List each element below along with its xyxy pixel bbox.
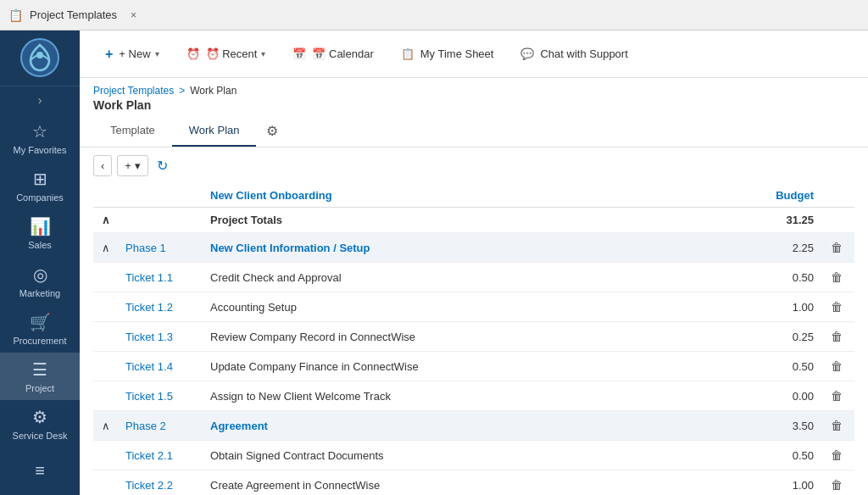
sidebar-item-marketing[interactable]: ◎ Marketing	[0, 258, 80, 305]
new-chevron-icon: ▾	[155, 49, 159, 58]
phase-label-2[interactable]: Phase 2	[119, 411, 203, 441]
add-button[interactable]: + ▾	[117, 155, 147, 176]
sidebar-item-procurement[interactable]: 🛒 Procurement	[0, 305, 80, 353]
ticket-expand-ticket2_2	[93, 470, 119, 496]
phase-budget-1: 2.25	[753, 233, 821, 263]
ticket-row-ticket1_3: Ticket 1.3 Review Company Record in Conn…	[93, 322, 854, 352]
main-content: + + New ▾ ⏰ ⏰ Recent ▾ 📅 📅 Calendar 📋 My…	[80, 31, 868, 495]
ticket-number-ticket1_1[interactable]: Ticket 1.1	[119, 263, 203, 292]
sidebar-item-servicedesk[interactable]: ⚙ Service Desk	[0, 400, 80, 448]
ticket-delete-ticket1_5[interactable]: 🗑	[821, 381, 854, 411]
phase-label-1[interactable]: Phase 1	[119, 233, 203, 263]
svg-point-1	[36, 52, 43, 58]
ticket-row-ticket2_2: Ticket 2.2 Create Agreement in ConnectWi…	[93, 470, 854, 496]
ticket-description-ticket1_1: Credit Check and Approval	[203, 263, 753, 292]
ticket-number-ticket1_4[interactable]: Ticket 1.4	[119, 352, 203, 381]
toolbar: ‹ + ▾ ↻	[80, 147, 868, 184]
ticket-delete-ticket1_3[interactable]: 🗑	[821, 322, 854, 352]
phase-delete-2[interactable]: 🗑	[821, 411, 854, 441]
ticket-delete-ticket1_2[interactable]: 🗑	[821, 292, 854, 322]
calendar-button[interactable]: 📅 📅 Calendar	[281, 41, 385, 67]
sales-icon: 📊	[30, 216, 51, 236]
servicedesk-icon: ⚙	[32, 407, 47, 427]
phase-row-2: ∧ Phase 2 Agreement 3.50 🗑	[93, 411, 854, 441]
breadcrumb: Project Templates > Work Plan	[93, 85, 854, 97]
breadcrumb-area: Project Templates > Work Plan Work Plan	[80, 78, 868, 115]
ticket-number-ticket1_3[interactable]: Ticket 1.3	[119, 322, 203, 352]
ticket-expand-ticket2_1	[93, 441, 119, 470]
ticket-budget-ticket2_1: 0.50	[753, 441, 821, 470]
ticket-row-ticket1_1: Ticket 1.1 Credit Check and Approval 0.5…	[93, 263, 854, 292]
ticket-row-ticket1_4: Ticket 1.4 Update Company Finance in Con…	[93, 352, 854, 381]
ticket-expand-ticket1_3	[93, 322, 119, 352]
sidebar-item-misc[interactable]: ≡	[0, 448, 80, 495]
ticket-description-ticket2_2: Create Agreement in ConnectWise	[203, 470, 753, 496]
ticket-budget-ticket1_3: 0.25	[753, 322, 821, 352]
page-title: Work Plan	[93, 98, 854, 112]
ticket-delete-ticket2_2[interactable]: 🗑	[821, 470, 854, 496]
close-tab-button[interactable]: ×	[131, 9, 136, 21]
tab-workplan[interactable]: Work Plan	[172, 115, 257, 147]
phase-expand-1[interactable]: ∧	[93, 233, 119, 263]
tab-icon: 📋	[8, 8, 23, 22]
tabs-bar: Template Work Plan ⚙	[80, 115, 868, 147]
ticket-row-ticket1_5: Ticket 1.5 Assign to New Client Welcome …	[93, 381, 854, 411]
col-action	[821, 184, 854, 208]
marketing-icon: ◎	[33, 264, 47, 285]
sidebar-label-favorites: My Favorites	[14, 145, 67, 155]
ticket-delete-ticket2_1[interactable]: 🗑	[821, 441, 854, 470]
sidebar-label-sales: Sales	[28, 240, 52, 250]
ticket-description-ticket1_5: Assign to New Client Welcome Track	[203, 381, 753, 411]
sidebar-item-companies[interactable]: ⊞ Companies	[0, 162, 80, 209]
recent-icon: ⏰	[186, 47, 200, 60]
sidebar-label-project: Project	[25, 383, 54, 393]
summary-expand[interactable]: ∧	[93, 208, 119, 233]
sidebar-item-project[interactable]: ☰ Project	[0, 353, 80, 400]
col-budget: Budget	[753, 184, 821, 208]
ticket-delete-ticket1_1[interactable]: 🗑	[821, 263, 854, 292]
ticket-budget-ticket1_5: 0.00	[753, 381, 821, 411]
chat-button[interactable]: 💬 Chat with Support	[509, 41, 639, 67]
breadcrumb-separator: >	[179, 85, 185, 97]
ticket-number-ticket1_5[interactable]: Ticket 1.5	[119, 381, 203, 411]
summary-row: ∧ Project Totals 31.25	[93, 208, 854, 233]
ticket-description-ticket1_2: Accounting Setup	[203, 292, 753, 322]
phase-delete-1[interactable]: 🗑	[821, 233, 854, 263]
breadcrumb-parent[interactable]: Project Templates	[93, 85, 174, 97]
sidebar-label-servicedesk: Service Desk	[13, 431, 68, 441]
phase-description-2[interactable]: Agreement	[203, 411, 753, 441]
companies-icon: ⊞	[33, 169, 47, 189]
new-button[interactable]: + + New ▾	[93, 40, 171, 69]
settings-button[interactable]: ⚙	[256, 116, 288, 146]
recent-button[interactable]: ⏰ ⏰ Recent ▾	[175, 41, 278, 67]
timesheet-button[interactable]: 📋 My Time Sheet	[389, 41, 506, 67]
sidebar-label-marketing: Marketing	[19, 288, 60, 298]
ticket-number-ticket2_1[interactable]: Ticket 2.1	[119, 441, 203, 470]
plus-icon: +	[105, 47, 113, 62]
ticket-row-ticket2_1: Ticket 2.1 Obtain Signed Contract Docume…	[93, 441, 854, 470]
col-number	[119, 184, 203, 208]
back-button[interactable]: ‹	[93, 155, 112, 176]
ticket-description-ticket2_1: Obtain Signed Contract Documents	[203, 441, 753, 470]
calendar-icon: 📅	[292, 47, 306, 60]
summary-number	[119, 208, 203, 233]
ticket-number-ticket2_2[interactable]: Ticket 2.2	[119, 470, 203, 496]
phase-expand-2[interactable]: ∧	[93, 411, 119, 441]
sidebar-item-favorites[interactable]: ☆ My Favorites	[0, 114, 80, 162]
sidebar-item-sales[interactable]: 📊 Sales	[0, 209, 80, 257]
favorites-icon: ☆	[32, 121, 47, 142]
ticket-delete-ticket1_4[interactable]: 🗑	[821, 352, 854, 381]
refresh-button[interactable]: ↻	[153, 154, 171, 177]
sidebar-label-procurement: Procurement	[14, 336, 67, 346]
phase-description-1[interactable]: New Client Information / Setup	[203, 233, 753, 263]
work-plan-table: New Client Onboarding Budget ∧ Project T…	[93, 184, 854, 495]
summary-action	[821, 208, 854, 233]
ticket-number-ticket1_2[interactable]: Ticket 1.2	[119, 292, 203, 322]
timesheet-label: My Time Sheet	[420, 47, 494, 60]
sidebar: › ☆ My Favorites ⊞ Companies 📊 Sales ◎ M…	[0, 31, 80, 495]
tab-template[interactable]: Template	[93, 115, 172, 147]
ticket-expand-ticket1_2	[93, 292, 119, 322]
ticket-budget-ticket1_2: 1.00	[753, 292, 821, 322]
ticket-budget-ticket1_4: 0.50	[753, 352, 821, 381]
sidebar-expand-button[interactable]: ›	[0, 86, 80, 115]
